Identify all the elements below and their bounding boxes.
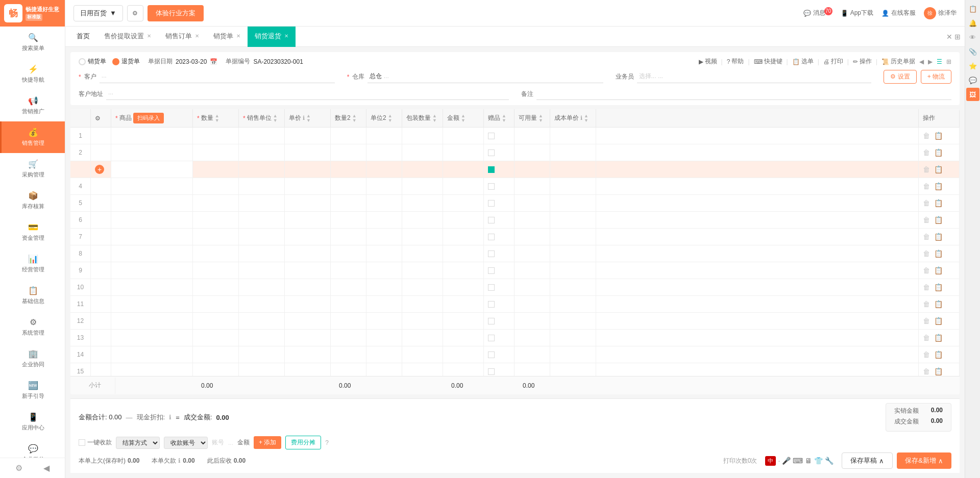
row-unit2-4[interactable] [366,178,402,194]
tab-sale-price-close-icon[interactable]: ✕ [147,33,151,39]
gift-checkbox-1[interactable] [488,133,495,139]
row-cost-5[interactable] [550,195,596,211]
topbar-settings-btn[interactable]: ⚙ [127,5,143,21]
row-price-4[interactable] [285,178,331,194]
row-goods-13[interactable] [111,330,193,346]
sidebar-item-guide[interactable]: 🆕 新手引导 [0,374,65,406]
row-goods-7[interactable] [111,229,193,245]
row-amount-2[interactable] [443,144,484,161]
row-unit2-7[interactable] [366,229,402,245]
sidebar-item-sales[interactable]: 💰 销售管理 [0,121,65,153]
delete-row-12-icon[interactable]: 🗑 [923,317,930,325]
row-qty-2[interactable] [193,144,239,161]
right-icon-chat[interactable]: 💬 [966,73,979,87]
row-gift-1[interactable] [484,128,514,144]
row-cost-7[interactable] [550,229,596,245]
delete-row-14-icon[interactable]: 🗑 [923,350,930,359]
row-qty2-1[interactable] [331,128,366,144]
row-cost-4[interactable] [550,178,596,194]
gift-checkbox-10[interactable] [488,284,495,291]
row-goods-8[interactable] [111,245,193,262]
cash-discount-info-icon[interactable]: ℹ [169,414,172,421]
gift-checkbox-14[interactable] [488,351,495,358]
tab-sale-order-close-icon[interactable]: ✕ [195,33,199,39]
row-gift-9[interactable] [484,262,514,279]
settings-footer-icon[interactable]: ⚙ [15,463,22,473]
copy-row-9-icon[interactable]: 📋 [934,266,943,274]
row-pack-10[interactable] [402,279,443,295]
row-goods-12[interactable] [111,313,193,329]
row-qty2-5[interactable] [331,195,366,211]
row-cost-14[interactable] [550,346,596,363]
price-info-icon[interactable]: ℹ [303,115,305,121]
row-goods-11[interactable] [111,296,193,312]
gift-checkbox-12[interactable] [488,318,495,324]
row-unit2-13[interactable] [366,330,402,346]
row-unit-3[interactable] [239,161,285,178]
app-download-btn[interactable]: 📱 App下载 [841,9,873,17]
row-amount-9[interactable] [443,262,484,279]
row-amount-7[interactable] [443,229,484,245]
sidebar-item-finance[interactable]: 💳 资金管理 [0,216,65,248]
copy-row-11-icon[interactable]: 📋 [934,300,943,308]
row-goods-6[interactable] [111,212,193,228]
row-amount-4[interactable] [443,178,484,194]
row-gift-14[interactable] [484,346,514,363]
row-pack-8[interactable] [402,245,443,262]
sidebar-item-quicknav[interactable]: ⚡ 快捷导航 [0,58,65,90]
toolbar-shortcut[interactable]: ⌨ 快捷键 [754,57,782,66]
gift-checkbox-8[interactable] [488,250,495,257]
row-pack-4[interactable] [402,178,443,194]
copy-row-8-icon[interactable]: 📋 [934,249,943,258]
industry-select[interactable]: 日用百货 ▼ [74,5,123,21]
next-record-icon[interactable]: ▶ [928,58,933,65]
row-cost-11[interactable] [550,296,596,312]
delete-row-13-icon[interactable]: 🗑 [923,334,930,342]
row-price-12[interactable] [285,313,331,329]
row-qty2-10[interactable] [331,279,366,295]
row-amount-13[interactable] [443,330,484,346]
unit-sort-icon[interactable]: ▲▼ [273,114,278,123]
row-avail-3[interactable] [514,161,550,178]
row-cost-6[interactable] [550,212,596,228]
row-cost-1[interactable] [550,128,596,144]
row-qty2-15[interactable] [331,363,366,376]
row-qty-8[interactable] [193,245,239,262]
gift-checkbox-6[interactable] [488,217,495,223]
pack-sort-icon[interactable]: ▲▼ [432,114,437,123]
tab-sale-return-close-icon[interactable]: ✕ [284,33,288,39]
sidebar-item-basic[interactable]: 📋 基础信息 [0,280,65,311]
user-profile[interactable]: 徐 徐泽华 [924,7,957,19]
tab-close-all-icon[interactable]: ✕ [946,33,952,41]
gift-checkbox-11[interactable] [488,301,495,308]
cost-info-icon[interactable]: ℹ [580,115,582,121]
row-pack-14[interactable] [402,346,443,363]
copy-row-4-icon[interactable]: 📋 [934,182,943,190]
gift-checkbox-7[interactable] [488,234,495,240]
sidebar-item-marketing[interactable]: 📢 营销推广 [0,90,65,121]
delete-row-10-icon[interactable]: 🗑 [923,283,930,291]
gift-checkbox-13[interactable] [488,335,495,341]
row-qty2-11[interactable] [331,296,366,312]
row-goods-2[interactable] [111,144,193,161]
delete-row-2-icon[interactable]: 🗑 [923,148,930,157]
delete-row-11-icon[interactable]: 🗑 [923,300,930,308]
row-pack-5[interactable] [402,195,443,211]
row-unit2-14[interactable] [366,346,402,363]
row-qty-4[interactable] [193,178,239,194]
gift-checkbox-2[interactable] [488,149,495,156]
row-gift-5[interactable] [484,195,514,211]
row-cost-3[interactable] [550,161,596,178]
delete-row-8-icon[interactable]: 🗑 [923,249,930,258]
payment-method-select[interactable]: 结算方式 [116,437,160,449]
row-qty2-9[interactable] [331,262,366,279]
row-qty-7[interactable] [193,229,239,245]
copy-row-12-icon[interactable]: 📋 [934,317,943,325]
row-amount-12[interactable] [443,313,484,329]
keyboard-icon[interactable]: ⌨ [793,457,803,465]
row-unit-8[interactable] [239,245,285,262]
row-gift-11[interactable] [484,296,514,312]
row-unit-13[interactable] [239,330,285,346]
amount-sort-icon[interactable]: ▲▼ [461,114,465,123]
row-cost-12[interactable] [550,313,596,329]
